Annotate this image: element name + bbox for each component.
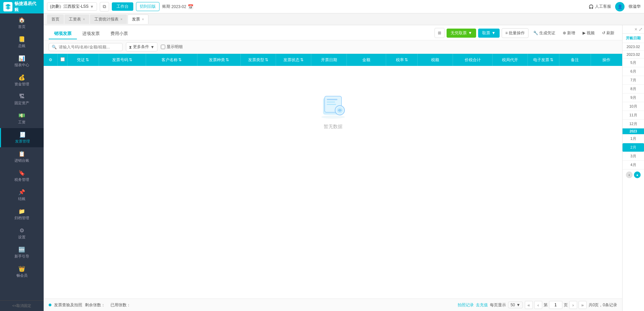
copy-button[interactable]: ⧉ <box>100 2 109 11</box>
sidebar-item-reports[interactable]: 📊 报表中心 <box>0 52 44 71</box>
page-label: 第 <box>544 302 548 308</box>
scroll-indicator[interactable]: ● <box>634 171 641 178</box>
th-settings[interactable]: ⚙ <box>44 54 57 66</box>
grid-icon[interactable]: ⊞ <box>434 28 445 38</box>
tab-invoice[interactable]: 发票 × <box>128 14 148 24</box>
date-item-2023-02-top1[interactable]: 2023.02 <box>623 43 644 51</box>
tab-salary-stat[interactable]: 工资统计报表 × <box>90 14 127 24</box>
prev-year-btn[interactable]: ‹ <box>626 171 633 178</box>
period-open-btn[interactable]: 开账日期 <box>623 34 644 43</box>
th-ops[interactable]: 操作 <box>591 54 622 66</box>
sidebar-item-settings[interactable]: ⚙ 设置 <box>0 224 44 243</box>
prev-page-btn[interactable]: ‹ <box>534 301 542 309</box>
th-cname[interactable]: 客户名称 ⇅ <box>146 54 197 66</box>
sub-tab-expense[interactable]: 费用小票 <box>105 29 133 39</box>
sort-icon: ⇅ <box>178 57 182 62</box>
search-input[interactable] <box>59 45 119 49</box>
invoice-table: ⚙ 凭证 ⇅ 发票号码 ⇅ 客户名称 ⇅ 发票种类 ⇅ 发票类型 ⇅ 发票状态 … <box>44 54 622 157</box>
date-item-11[interactable]: 11月 <box>623 111 644 120</box>
show-details-checkbox[interactable]: 显示明细 <box>161 44 183 50</box>
date-item-2023-02-top2[interactable]: 2023.02 <box>623 51 644 59</box>
th-taxamt[interactable]: 价税合计 <box>453 54 492 66</box>
date-item-2023-1[interactable]: 1月 <box>623 134 644 143</box>
sidebar-item-funds[interactable]: 💰 资金管理 <box>0 71 44 90</box>
tab-close-icon[interactable]: × <box>121 17 123 21</box>
support-button[interactable]: 🎧 人工客服 <box>589 4 611 9</box>
recharge-link[interactable]: 去充值 <box>476 302 488 308</box>
sidebar-item-ledger[interactable]: 📒 总账 <box>0 33 44 52</box>
th-invtype[interactable]: 发票种类 ⇅ <box>197 54 240 66</box>
date-item-5[interactable]: 5月 <box>623 59 644 67</box>
tab-close-icon[interactable]: × <box>83 17 85 21</box>
top-header: (勿删）江西股宝-LSS ▼ ⧉ 工作台 切到旧版 账期 2023-02 📅 🎧… <box>44 0 644 13</box>
video-btn[interactable]: ▶ 视频 <box>580 29 597 38</box>
th-einv[interactable]: 电子发票 ⇅ <box>528 54 559 66</box>
expand-icon[interactable]: ⤢ <box>639 27 643 32</box>
th-remark[interactable]: 备注 <box>559 54 591 66</box>
upload-record-link[interactable]: 拍照记录 <box>458 302 474 308</box>
sidebar-item-tax[interactable]: 🔖 税务管理 <box>0 166 44 186</box>
refresh-btn[interactable]: ↺ 刷新 <box>599 29 617 38</box>
more-conditions-btn[interactable]: ⧗ 更多条件 ▼ <box>126 42 157 51</box>
sidebar-item-assets[interactable]: 🏗 固定资产 <box>0 90 44 109</box>
sidebar-item-label: 归档管理 <box>14 216 29 221</box>
sidebar-item-label: 总账 <box>18 43 26 48</box>
next-page-btn[interactable]: › <box>569 301 577 309</box>
date-item-8[interactable]: 8月 <box>623 85 644 93</box>
date-item-7[interactable]: 7月 <box>623 76 644 85</box>
th-taxrate[interactable]: 税率 ⇅ <box>386 54 418 66</box>
username[interactable]: 徐溢华 <box>629 4 641 9</box>
tab-home[interactable]: 首页 <box>47 14 64 24</box>
sub-tab-sales[interactable]: 销项发票 <box>49 29 77 39</box>
th-invno[interactable]: 发票号码 ⇅ <box>99 54 146 66</box>
select-all-checkbox[interactable] <box>60 57 65 62</box>
sidebar-item-archive[interactable]: 📁 归档管理 <box>0 205 44 224</box>
date-item-9[interactable]: 9月 <box>623 93 644 102</box>
date-item-2023-2[interactable]: 2月 <box>623 143 644 152</box>
member-icon: 👑 <box>18 266 25 272</box>
guide-icon: 🆕 <box>18 246 25 253</box>
sidebar-pin-toggle[interactable]: <<取消固定 <box>0 300 44 311</box>
page-input[interactable] <box>549 301 562 309</box>
page-size-select[interactable]: 50 ▼ <box>508 302 522 308</box>
th-voucher[interactable]: 凭证 ⇅ <box>67 54 99 66</box>
sidebar-item-closing[interactable]: 📌 结账 <box>0 186 44 205</box>
tab-salary[interactable]: 工资表 × <box>64 14 89 24</box>
th-taxid[interactable]: 税局代开 <box>492 54 527 66</box>
sidebar-item-purchase[interactable]: 📋 进销台账 <box>0 147 44 166</box>
close-icon[interactable]: × <box>635 27 637 32</box>
th-invkind[interactable]: 发票类型 ⇅ <box>240 54 276 66</box>
tab-close-icon[interactable]: × <box>142 17 144 21</box>
details-checkbox[interactable] <box>161 45 165 49</box>
voucher-btn[interactable]: 取票 ▼ <box>478 29 500 38</box>
date-item-12[interactable]: 12月 <box>623 120 644 128</box>
th-tax[interactable]: 税额 <box>417 54 453 66</box>
th-amount[interactable]: 金额 <box>347 54 386 66</box>
gen-voucher-btn[interactable]: 🔧 生成凭证 <box>531 29 558 38</box>
sidebar-item-invoice[interactable]: 🧾 发票管理 <box>0 128 44 147</box>
sidebar-item-member[interactable]: 👑 畅会员 <box>0 262 44 281</box>
company-selector[interactable]: (勿删）江西股宝-LSS ▼ <box>47 2 97 11</box>
th-invstatus[interactable]: 发票状态 ⇅ <box>276 54 311 66</box>
bottom-right: 拍照记录 去充值 每页显示 50 ▼ « ‹ 第 页 <box>458 301 617 309</box>
date-item-2023-4[interactable]: 4月 <box>623 161 644 169</box>
sidebar-item-guide[interactable]: 🆕 新手引导 <box>0 243 44 262</box>
sidebar-item-home[interactable]: 🏠 首页 <box>0 13 44 33</box>
new-btn[interactable]: ⊕ 新增 <box>560 29 578 38</box>
date-item-10[interactable]: 10月 <box>623 102 644 111</box>
sub-tab-purchase[interactable]: 进项发票 <box>77 29 105 39</box>
batch-icon: ≡ <box>505 31 508 35</box>
switch-version-button[interactable]: 切到旧版 <box>136 2 159 11</box>
th-checkbox[interactable] <box>57 54 67 66</box>
date-item-2023-3[interactable]: 3月 <box>623 152 644 161</box>
workspace-button[interactable]: 工作台 <box>112 2 133 11</box>
reports-icon: 📊 <box>18 55 25 62</box>
first-page-btn[interactable]: « <box>525 301 533 309</box>
date-item-6[interactable]: 6月 <box>623 67 644 76</box>
th-date[interactable]: 开票日期 <box>311 54 347 66</box>
table-container: ⚙ 凭证 ⇅ 发票号码 ⇅ 客户名称 ⇅ 发票种类 ⇅ 发票类型 ⇅ 发票状态 … <box>44 54 622 299</box>
last-page-btn[interactable]: » <box>579 301 587 309</box>
no-voucher-btn[interactable]: 无凭取票 ▼ <box>447 29 476 38</box>
batch-ops-btn[interactable]: ≡ 批量操作 <box>502 28 528 38</box>
sidebar-item-salary[interactable]: 💵 工资 <box>0 109 44 128</box>
